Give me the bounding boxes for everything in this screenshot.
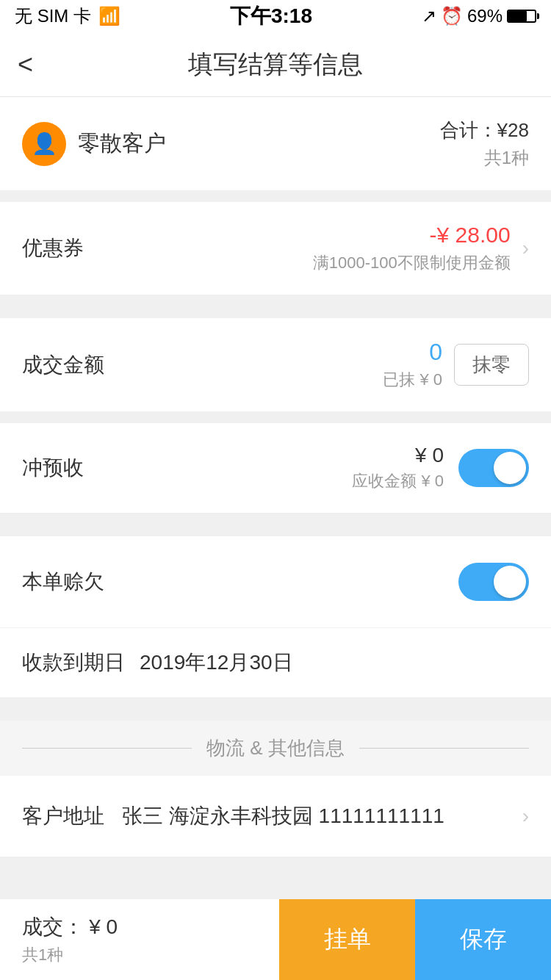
divider-2 (0, 525, 551, 536)
address-row[interactable]: 客户地址 张三 海淀永丰科技园 11111111111 › (0, 776, 551, 857)
pre-collect-label: 冲预收 (22, 454, 84, 482)
bottom-bar: 成交： ¥ 0 共1种 挂单 保存 (0, 899, 551, 980)
back-button[interactable]: < (18, 49, 33, 80)
bottom-count: 共1种 (22, 944, 257, 966)
pre-collect-toggle[interactable] (458, 449, 529, 487)
due-date-value: 2019年12月30日 (140, 649, 293, 677)
signal-text: 无 SIM 卡 (15, 4, 91, 28)
trade-amount-sub: 已抹 ¥ 0 (383, 369, 442, 391)
customer-name: 零散客户 (78, 129, 166, 159)
logistics-header: 物流 & 其他信息 (0, 721, 551, 776)
trade-amount-right: 0 已抹 ¥ 0 抹零 (383, 339, 529, 391)
customer-section: 👤 零散客户 合计：¥28 共1种 (0, 97, 551, 190)
hang-button[interactable]: 挂单 (279, 899, 415, 980)
debt-section: 本单赊欠 收款到期日 2019年12月30日 (0, 536, 551, 697)
save-button[interactable]: 保存 (415, 899, 551, 980)
round-zero-button[interactable]: 抹零 (454, 344, 529, 386)
customer-info: 👤 零散客户 (22, 122, 166, 166)
bottom-trade-value: ¥ 0 (89, 915, 118, 938)
trade-amount-block: 0 已抹 ¥ 0 (383, 339, 442, 391)
divider-1 (0, 306, 551, 318)
status-time: 下午3:18 (230, 2, 312, 30)
due-date-row: 收款到期日 2019年12月30日 (0, 628, 551, 697)
trade-amount-section: 成交金额 0 已抹 ¥ 0 抹零 (0, 318, 551, 411)
coupon-label: 优惠券 (22, 234, 84, 262)
header-line-right (359, 748, 529, 749)
content: 👤 零散客户 合计：¥28 共1种 优惠券 -¥ 28.00 满1000-100… (0, 97, 551, 956)
status-left: 无 SIM 卡 📶 (15, 4, 120, 28)
debt-label: 本单赊欠 (22, 568, 104, 596)
coupon-section: 优惠券 -¥ 28.00 满1000-100不限制使用金额 › (0, 202, 551, 295)
header-line-left (22, 748, 192, 749)
wifi-icon: 📶 (98, 6, 120, 26)
total-amount: 合计：¥28 (440, 118, 529, 143)
nav-bar: < 填写结算等信息 (0, 32, 551, 97)
pre-collect-amounts: ¥ 0 应收金额 ¥ 0 (352, 444, 444, 492)
coupon-chevron-icon: › (522, 237, 529, 260)
page-title: 填写结算等信息 (188, 48, 363, 82)
bottom-trade-text: 成交： (22, 915, 84, 938)
pre-collect-row: 冲预收 ¥ 0 应收金额 ¥ 0 (0, 423, 551, 513)
alarm-icon: ⏰ (441, 6, 463, 26)
customer-total: 合计：¥28 共1种 (440, 118, 529, 170)
bottom-trade-label: 成交： ¥ 0 (22, 913, 257, 941)
trade-amount-value: 0 (383, 339, 442, 366)
coupon-description: 满1000-100不限制使用金额 (313, 252, 511, 274)
coupon-discount-block: -¥ 28.00 满1000-100不限制使用金额 (313, 223, 511, 274)
address-label: 客户地址 (22, 802, 104, 830)
debt-row: 本单赊欠 (0, 536, 551, 627)
pre-collect-amount: ¥ 0 (352, 444, 444, 467)
trade-amount-label: 成交金额 (22, 351, 104, 379)
customer-row: 👤 零散客户 合计：¥28 共1种 (0, 97, 551, 190)
avatar-icon: 👤 (32, 131, 57, 156)
trade-amount-row: 成交金额 0 已抹 ¥ 0 抹零 (0, 318, 551, 411)
logistics-header-text: 物流 & 其他信息 (206, 735, 345, 761)
battery-text: 69% (467, 6, 503, 26)
divider-3 (0, 709, 551, 721)
due-date-label: 收款到期日 (22, 649, 125, 677)
address-value: 张三 海淀永丰科技园 11111111111 (122, 802, 522, 830)
bottom-info: 成交： ¥ 0 共1种 (0, 913, 279, 966)
coupon-amount: -¥ 28.00 (313, 223, 511, 248)
coupon-right: -¥ 28.00 满1000-100不限制使用金额 › (313, 223, 529, 274)
debt-toggle[interactable] (458, 563, 529, 601)
total-count: 共1种 (440, 146, 529, 170)
pre-collect-right: ¥ 0 应收金额 ¥ 0 (352, 444, 529, 492)
pre-collect-section: 冲预收 ¥ 0 应收金额 ¥ 0 (0, 423, 551, 513)
toggle-knob (494, 452, 526, 484)
avatar: 👤 (22, 122, 66, 166)
coupon-row[interactable]: 优惠券 -¥ 28.00 满1000-100不限制使用金额 › (0, 202, 551, 295)
pre-collect-sub: 应收金额 ¥ 0 (352, 470, 444, 492)
address-chevron-icon: › (522, 804, 529, 828)
status-right: ↗ ⏰ 69% (422, 6, 536, 26)
debt-toggle-knob (494, 566, 526, 598)
location-icon: ↗ (422, 6, 436, 26)
status-bar: 无 SIM 卡 📶 下午3:18 ↗ ⏰ 69% (0, 0, 551, 32)
address-section: 客户地址 张三 海淀永丰科技园 11111111111 › (0, 776, 551, 857)
battery-icon (507, 10, 536, 23)
